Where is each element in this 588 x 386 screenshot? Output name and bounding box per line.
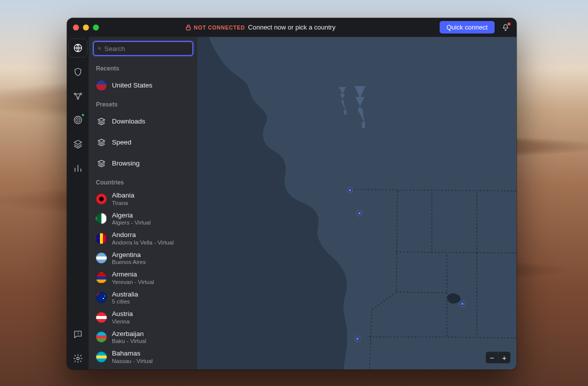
svg-point-4: [77, 98, 78, 99]
layers-icon: [96, 116, 107, 127]
svg-point-9: [76, 358, 79, 360]
fullscreen-window-button[interactable]: [93, 24, 99, 30]
country-sublabel: Algiers - Virtual: [112, 220, 151, 226]
flag-icon: [96, 80, 107, 91]
flag-icon: [96, 352, 107, 362]
shield-icon: [73, 67, 83, 77]
country-sublabel: Buenos Aires: [112, 259, 146, 265]
country-sublabel: Tirana: [112, 200, 134, 206]
flag-icon: [96, 213, 107, 224]
map-svg: [197, 37, 517, 370]
svg-rect-12: [362, 122, 365, 128]
svg-point-3: [80, 93, 81, 94]
preset-browsing[interactable]: Browsing: [89, 153, 197, 174]
close-window-button[interactable]: [73, 24, 79, 30]
search-field-wrap[interactable]: [93, 41, 193, 56]
notifications-button[interactable]: [502, 24, 510, 32]
sidebar-panel: Recents United States Presets DownloadsS…: [89, 37, 197, 370]
nav-radar[interactable]: [72, 114, 84, 126]
country-label: Armenia: [112, 271, 154, 278]
notification-badge: [508, 22, 511, 26]
nav-shield[interactable]: [72, 66, 84, 78]
zoom-in-button[interactable]: +: [498, 352, 510, 363]
bars-icon: [73, 163, 83, 173]
section-presets: Presets: [89, 96, 197, 111]
country-label: Albania: [112, 192, 134, 199]
flag-icon: [96, 252, 107, 264]
country-sublabel: Nassau - Virtual: [112, 358, 153, 364]
country-azerbaijan[interactable]: AzerbaijanBaku - Virtual: [89, 328, 197, 348]
status-dot: [81, 114, 84, 116]
app-window: NOT CONNECTED Connect now or pick a coun…: [67, 18, 517, 370]
svg-point-7: [77, 120, 78, 121]
layers-icon: [96, 137, 107, 148]
svg-point-1: [74, 44, 81, 52]
country-bahamas[interactable]: BahamasNassau - Virtual: [89, 347, 197, 367]
flag-icon: [96, 332, 107, 342]
layers-icon: [96, 158, 107, 169]
country-argentina[interactable]: ArgentinaBuenos Aires: [89, 248, 197, 268]
country-label: Bahamas: [112, 350, 153, 357]
preset-label: Browsing: [112, 160, 140, 167]
recent-united-states[interactable]: United States: [89, 75, 197, 96]
preset-downloads[interactable]: Downloads: [89, 111, 197, 132]
country-label: Andorra: [112, 232, 174, 238]
sidebar-list[interactable]: Recents United States Presets DownloadsS…: [89, 59, 197, 370]
map-pin[interactable]: [348, 188, 352, 192]
svg-rect-13: [344, 110, 347, 114]
map-pin[interactable]: [460, 302, 465, 306]
country-label: Algeria: [112, 212, 151, 219]
zoom-out-button[interactable]: −: [486, 352, 498, 363]
radar-icon: [73, 115, 83, 125]
connection-status-label: NOT CONNECTED: [194, 24, 245, 30]
country-sublabel: Baku - Virtual: [112, 338, 146, 344]
section-countries: Countries: [89, 174, 197, 189]
gear-icon: [73, 354, 83, 364]
country-armenia[interactable]: ArmeniaYerevan - Virtual: [89, 268, 197, 288]
help-icon: ?: [73, 330, 83, 340]
search-input[interactable]: [104, 45, 188, 52]
preset-label: Speed: [112, 139, 131, 146]
country-andorra[interactable]: AndorraAndorra la Vella - Virtual: [89, 228, 197, 248]
search-icon: [98, 45, 101, 52]
flag-icon: [96, 292, 107, 303]
section-recents: Recents: [89, 60, 197, 75]
country-albania[interactable]: AlbaniaTirana: [89, 189, 197, 209]
svg-rect-0: [186, 27, 190, 30]
svg-point-2: [74, 93, 75, 94]
country-australia[interactable]: Australia5 cities: [89, 288, 197, 308]
nav-stats[interactable]: [72, 162, 84, 174]
zoom-controls: − +: [486, 352, 511, 364]
title-text: Connect now or pick a country: [248, 24, 336, 31]
nav-rail: ?: [67, 37, 89, 370]
country-label: Australia: [112, 291, 138, 298]
svg-text:?: ?: [76, 332, 78, 336]
nav-help[interactable]: ?: [72, 328, 84, 340]
minimize-window-button[interactable]: [83, 24, 89, 30]
layers-icon: [73, 139, 83, 149]
country-label: Argentina: [112, 252, 146, 258]
mesh-icon: [73, 91, 83, 101]
window-controls: [73, 24, 99, 30]
globe-icon: [73, 43, 83, 53]
country-label: United States: [112, 82, 152, 89]
preset-speed[interactable]: Speed: [89, 132, 197, 153]
quick-connect-button[interactable]: Quick connect: [440, 21, 495, 34]
flag-icon: [96, 194, 107, 204]
nav-presets[interactable]: [72, 138, 84, 150]
nav-globe[interactable]: [72, 42, 84, 54]
titlebar: NOT CONNECTED Connect now or pick a coun…: [67, 18, 517, 37]
country-algeria[interactable]: AlgeriaAlgiers - Virtual: [89, 209, 197, 229]
nav-settings[interactable]: [72, 352, 84, 364]
country-sublabel: 5 cities: [112, 298, 138, 304]
nav-mesh[interactable]: [72, 90, 84, 102]
svg-point-10: [98, 48, 100, 50]
country-label: Austria: [112, 310, 133, 318]
window-body: ? Recents United States Presets Download…: [67, 37, 517, 370]
flag-icon: [96, 233, 107, 244]
map-view[interactable]: − +: [197, 37, 517, 370]
country-bangladesh[interactable]: BangladeshDhaka - Virtual: [89, 367, 197, 370]
map-pin[interactable]: [357, 211, 362, 216]
flag-icon: [96, 312, 107, 323]
country-austria[interactable]: AustriaVienna: [89, 308, 197, 328]
